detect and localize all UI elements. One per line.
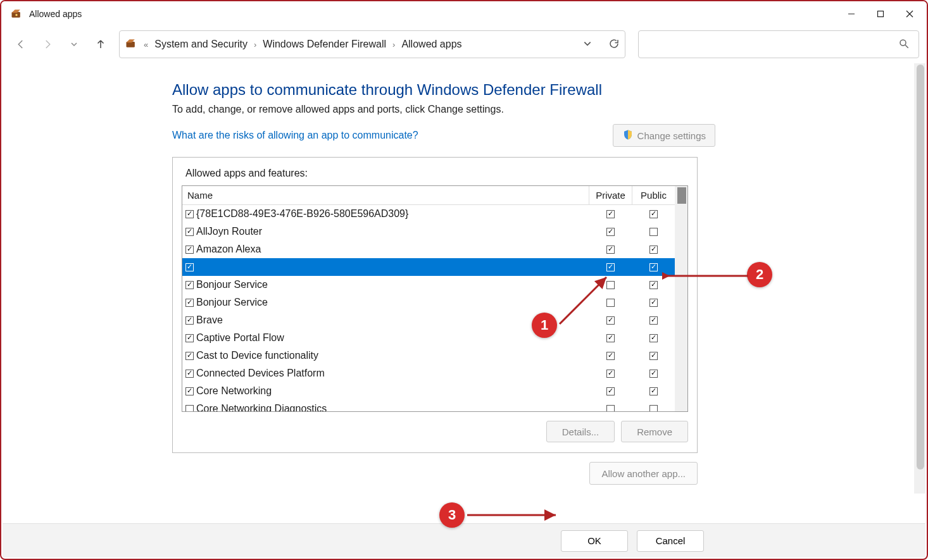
address-bar[interactable]: « System and Security › Windows Defender…	[119, 30, 625, 58]
column-name[interactable]: Name	[182, 190, 589, 201]
public-checkbox[interactable]	[649, 334, 658, 342]
enable-checkbox[interactable]	[185, 352, 194, 360]
public-checkbox[interactable]	[649, 228, 658, 236]
table-row[interactable]: Brave	[182, 311, 687, 329]
titlebar: Allowed apps	[1, 1, 927, 27]
callout-3: 3	[439, 502, 465, 528]
private-checkbox[interactable]	[606, 210, 615, 218]
private-checkbox[interactable]	[606, 316, 615, 325]
change-settings-button[interactable]: Change settings	[613, 124, 715, 147]
public-checkbox[interactable]	[649, 405, 658, 412]
enable-checkbox[interactable]	[185, 228, 194, 236]
app-name: Cast to Device functionality	[196, 350, 589, 361]
enable-checkbox[interactable]	[185, 316, 194, 325]
back-button[interactable]	[9, 32, 33, 56]
table-row[interactable]: Core Networking	[182, 382, 687, 400]
public-checkbox[interactable]	[649, 352, 658, 360]
allowed-apps-group: Allowed apps and features: Name Private …	[172, 157, 698, 453]
private-checkbox[interactable]	[606, 387, 615, 395]
private-checkbox[interactable]	[606, 299, 615, 307]
public-checkbox[interactable]	[649, 370, 658, 378]
search-input[interactable]	[638, 30, 919, 58]
dropdown-icon[interactable]	[583, 39, 592, 50]
app-name: Connected Devices Platform	[196, 368, 589, 379]
enable-checkbox[interactable]	[185, 405, 194, 412]
private-checkbox[interactable]	[606, 281, 615, 289]
svg-point-7	[900, 40, 906, 46]
breadcrumb-item[interactable]: Windows Defender Firewall	[263, 39, 386, 50]
page-scrollbar[interactable]	[914, 63, 925, 494]
public-checkbox[interactable]	[649, 263, 658, 271]
public-checkbox[interactable]	[649, 387, 658, 395]
svg-rect-3	[878, 11, 884, 17]
table-row[interactable]: AllJoyn Router	[182, 223, 687, 240]
main-content: Allow apps to communicate through Window…	[6, 62, 715, 485]
private-checkbox[interactable]	[606, 228, 615, 236]
table-row[interactable]: Amazon Alexa	[182, 240, 687, 258]
enable-checkbox[interactable]	[185, 210, 194, 218]
breadcrumb-prefix: «	[142, 40, 149, 49]
table-row[interactable]: Connected Devices Platform	[182, 364, 687, 382]
chevron-right-icon: ›	[253, 40, 258, 49]
private-checkbox[interactable]	[606, 334, 615, 342]
breadcrumb-item[interactable]: System and Security	[154, 39, 248, 50]
table-row[interactable]: Bonjour Service	[182, 276, 687, 294]
app-name: {78E1CD88-49E3-476E-B926-580E596AD309}	[196, 208, 589, 220]
page-scrollbar-thumb[interactable]	[917, 65, 924, 470]
public-checkbox[interactable]	[649, 246, 658, 254]
app-name: AllJoyn Router	[196, 226, 589, 237]
change-settings-label: Change settings	[637, 130, 706, 141]
table-row[interactable]: Core Networking Diagnostics	[182, 400, 687, 411]
enable-checkbox[interactable]	[185, 263, 194, 271]
recent-dropdown[interactable]	[62, 32, 86, 56]
listview-header: Name Private Public	[182, 186, 687, 205]
app-name: Core Networking	[196, 385, 589, 397]
enable-checkbox[interactable]	[185, 334, 194, 342]
enable-checkbox[interactable]	[185, 246, 194, 254]
cancel-button[interactable]: Cancel	[637, 530, 704, 552]
private-checkbox[interactable]	[606, 370, 615, 378]
table-row[interactable]	[182, 258, 687, 276]
app-name: Captive Portal Flow	[196, 332, 589, 344]
callout-2: 2	[747, 262, 772, 287]
close-button[interactable]	[895, 1, 924, 27]
allow-another-app-button[interactable]: Allow another app...	[589, 462, 698, 485]
forward-button[interactable]	[35, 32, 60, 56]
private-checkbox[interactable]	[606, 246, 615, 254]
details-button[interactable]: Details...	[546, 421, 615, 442]
table-row[interactable]: Bonjour Service	[182, 294, 687, 311]
window-title: Allowed apps	[29, 9, 82, 19]
ok-button[interactable]: OK	[561, 530, 628, 552]
svg-line-8	[905, 45, 908, 48]
public-checkbox[interactable]	[649, 316, 658, 325]
public-checkbox[interactable]	[649, 299, 658, 307]
shield-icon	[622, 129, 634, 142]
page-subtext: To add, change, or remove allowed apps a…	[172, 104, 715, 115]
refresh-icon[interactable]	[608, 38, 620, 51]
app-name: Amazon Alexa	[196, 244, 589, 255]
app-icon	[10, 8, 23, 20]
enable-checkbox[interactable]	[185, 281, 194, 289]
scrollbar-thumb[interactable]	[677, 187, 686, 204]
public-checkbox[interactable]	[649, 210, 658, 218]
enable-checkbox[interactable]	[185, 299, 194, 307]
table-row[interactable]: {78E1CD88-49E3-476E-B926-580E596AD309}	[182, 205, 687, 223]
up-button[interactable]	[89, 32, 113, 56]
private-checkbox[interactable]	[606, 405, 615, 412]
column-private[interactable]: Private	[589, 186, 632, 204]
public-checkbox[interactable]	[649, 281, 658, 289]
enable-checkbox[interactable]	[185, 387, 194, 395]
minimize-button[interactable]	[837, 1, 866, 27]
enable-checkbox[interactable]	[185, 370, 194, 378]
private-checkbox[interactable]	[606, 352, 615, 360]
column-public[interactable]: Public	[632, 186, 675, 204]
table-row[interactable]: Cast to Device functionality	[182, 347, 687, 364]
maximize-button[interactable]	[866, 1, 895, 27]
listview-scrollbar[interactable]	[675, 186, 687, 411]
app-name: Brave	[196, 314, 589, 326]
table-row[interactable]: Captive Portal Flow	[182, 329, 687, 347]
remove-button[interactable]: Remove	[621, 421, 688, 442]
private-checkbox[interactable]	[606, 263, 615, 271]
breadcrumb-item[interactable]: Allowed apps	[401, 39, 461, 50]
risks-link[interactable]: What are the risks of allowing an app to…	[172, 130, 418, 141]
